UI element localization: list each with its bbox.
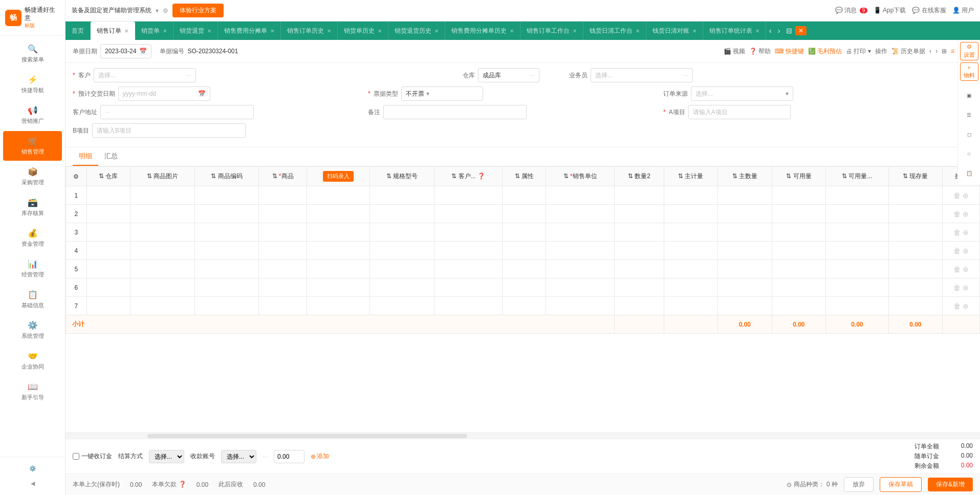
th-spec[interactable]: ⇅ 规格型号 — [370, 167, 434, 186]
row-cust-code-1[interactable] — [434, 186, 502, 205]
row-delete-btn[interactable]: 🗑 — [953, 191, 961, 200]
message-icon[interactable]: 💬 消息 9 — [835, 6, 867, 15]
row-copy-btn[interactable]: ⊕ — [963, 191, 969, 200]
sidebar-collapse-btn[interactable]: ◀ — [0, 476, 65, 491]
tab-close-icon[interactable]: ✕ — [636, 28, 640, 34]
row-delete-btn[interactable]: 🗑 — [953, 228, 961, 236]
row-cust-code-6[interactable] — [434, 278, 502, 297]
row-spec-7[interactable] — [370, 297, 434, 315]
th-stock[interactable]: ⇅ 现存量 — [888, 167, 943, 186]
row-main-qty-2[interactable] — [718, 205, 772, 223]
th-name[interactable]: ⇅ *商品 — [259, 167, 307, 186]
tab-close-icon[interactable]: ✕ — [434, 28, 439, 34]
row-stock-2[interactable] — [888, 205, 943, 223]
row-cust-code-5[interactable] — [434, 260, 502, 278]
b-project-input[interactable]: 请输入B项目 — [92, 123, 246, 138]
row-scan-2[interactable] — [307, 205, 370, 223]
salesperson-input[interactable]: 选择... ··· — [591, 68, 693, 82]
quick-order-check[interactable] — [73, 453, 79, 460]
sidebar-item-purchase[interactable]: 📦 采购管理 — [3, 162, 62, 191]
row-image-7[interactable] — [130, 297, 194, 315]
right-btn-5[interactable]: 📋 — [960, 164, 978, 182]
tab-sales-order[interactable]: 销售订单 ✕ — [91, 21, 135, 40]
sidebar-item-operations[interactable]: 📊 经营管理 — [3, 254, 62, 284]
row-warehouse-1[interactable] — [86, 186, 130, 205]
row-avail-6[interactable] — [772, 278, 826, 297]
a-project-input[interactable]: 请输入A项目 — [688, 105, 791, 119]
save-new-btn[interactable]: 保存&新增 — [928, 478, 973, 491]
row-scan-7[interactable] — [307, 297, 370, 315]
row-attr-5[interactable] — [503, 260, 546, 278]
account-select[interactable]: 选择... — [221, 450, 256, 463]
row-avail2-7[interactable] — [826, 297, 888, 315]
th-customer-code[interactable]: ⇅ 客户... ❓ — [434, 167, 502, 186]
row-copy-btn[interactable]: ⊕ — [963, 247, 969, 255]
row-avail-1[interactable] — [772, 186, 826, 205]
row-attr-2[interactable] — [503, 205, 546, 223]
row-qty2-1[interactable] — [615, 186, 664, 205]
right-btn-3[interactable]: ◻ — [960, 125, 978, 143]
row-unit-6[interactable] — [546, 278, 615, 297]
row-attr-6[interactable] — [503, 278, 546, 297]
tab-sales-refund-history[interactable]: 销货退货历史 ✕ — [388, 21, 445, 40]
row-cust-code-2[interactable] — [434, 205, 502, 223]
row-qty2-4[interactable] — [615, 242, 664, 260]
row-stock-7[interactable] — [888, 297, 943, 315]
row-image-4[interactable] — [130, 242, 194, 260]
th-warehouse[interactable]: ⇅ 仓库 — [86, 167, 130, 186]
sidebar-item-search[interactable]: 🔍 搜索菜单 — [3, 39, 62, 69]
row-avail2-3[interactable] — [826, 223, 888, 242]
row-attr-7[interactable] — [503, 297, 546, 315]
row-scan-5[interactable] — [307, 260, 370, 278]
row-copy-btn[interactable]: ⊕ — [963, 228, 969, 236]
row-spec-2[interactable] — [370, 205, 434, 223]
history-action[interactable]: 📜 历史单据 — [891, 47, 925, 56]
tab-nav-next[interactable]: › — [775, 27, 783, 35]
app-download-link[interactable]: 📱 App下载 — [874, 6, 906, 15]
tab-sales-refund[interactable]: 销货退货 ✕ — [173, 21, 218, 40]
row-code-4[interactable] — [194, 242, 259, 260]
horizontal-scrollbar[interactable] — [66, 433, 980, 439]
row-delete-btn[interactable]: 🗑 — [953, 284, 961, 292]
row-qty2-5[interactable] — [615, 260, 664, 278]
row-cust-code-4[interactable] — [434, 242, 502, 260]
tab-sales-stats[interactable]: 销售订单统计表 ✕ — [703, 21, 766, 40]
tab-close-icon[interactable]: ✕ — [270, 28, 274, 34]
row-warehouse-3[interactable] — [86, 223, 130, 242]
row-avail2-4[interactable] — [826, 242, 888, 260]
row-scan-6[interactable] — [307, 278, 370, 297]
row-warehouse-2[interactable] — [86, 205, 130, 223]
tab-sales-return-history[interactable]: 销货单历史 ✕ — [338, 21, 388, 40]
row-main-qty-1[interactable] — [718, 186, 772, 205]
tab-summary[interactable]: 汇总 — [98, 147, 124, 166]
right-settings-btn[interactable]: ⚙ 设置 — [960, 42, 978, 60]
row-copy-btn[interactable]: ⊕ — [963, 265, 969, 273]
row-spec-4[interactable] — [370, 242, 434, 260]
row-main-unit-3[interactable] — [664, 223, 718, 242]
sidebar-item-enterprise[interactable]: 🤝 企业协同 — [3, 346, 62, 376]
tab-close-icon[interactable]: ✕ — [755, 28, 759, 34]
row-main-unit-5[interactable] — [664, 260, 718, 278]
shortcut-action[interactable]: ⌨ 快捷键 — [775, 47, 803, 56]
row-avail2-5[interactable] — [826, 260, 888, 278]
th-main-qty[interactable]: ⇅ 主数量 — [718, 167, 772, 186]
row-avail2-6[interactable] — [826, 278, 888, 297]
row-scan-3[interactable] — [307, 223, 370, 242]
row-code-6[interactable] — [194, 278, 259, 297]
row-main-qty-7[interactable] — [718, 297, 772, 315]
online-service-link[interactable]: 💬 在线客服 — [912, 6, 946, 15]
row-image-6[interactable] — [130, 278, 194, 297]
row-image-5[interactable] — [130, 260, 194, 278]
row-unit-3[interactable] — [546, 223, 615, 242]
row-code-5[interactable] — [194, 260, 259, 278]
row-main-unit-7[interactable] — [664, 297, 718, 315]
row-main-qty-6[interactable] — [718, 278, 772, 297]
th-code[interactable]: ⇅ 商品编码 — [194, 167, 259, 186]
row-copy-btn[interactable]: ⊕ — [963, 284, 969, 292]
tab-detail[interactable]: 明细 — [73, 147, 98, 166]
right-btn-2[interactable]: ☰ — [960, 105, 978, 124]
customer-input[interactable]: 选择... ··· — [94, 68, 196, 82]
right-btn-1[interactable]: ▣ — [960, 86, 978, 104]
row-qty2-7[interactable] — [615, 297, 664, 315]
sidebar-item-finance[interactable]: 💰 资金管理 — [3, 223, 62, 253]
